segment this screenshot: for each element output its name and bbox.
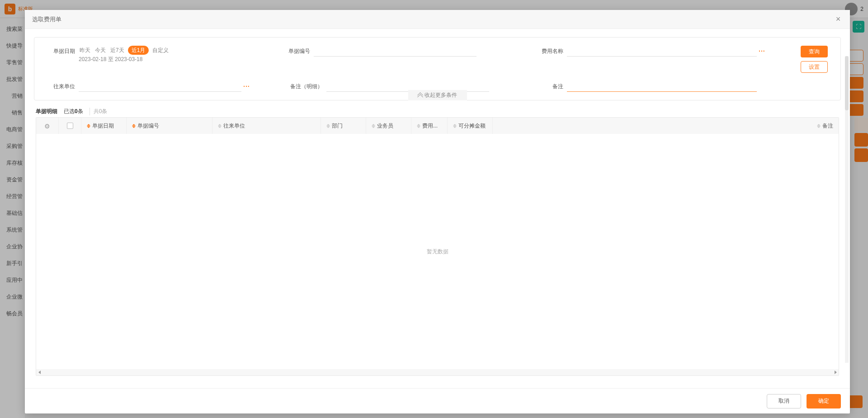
vertical-scrollbar[interactable] [845,56,849,363]
result-table: 单据日期 单据编号 往来单位 部门 业务员 [36,117,839,376]
close-icon[interactable]: × [834,15,843,24]
table-header: 单据日期 单据编号 往来单位 部门 业务员 [36,118,839,134]
scroll-left-icon [38,370,41,374]
horizontal-scrollbar[interactable] [36,369,839,375]
collapse-button[interactable]: 收起更多条件 [408,90,467,100]
filter-label-name: 费用名称 [535,46,563,57]
col-party[interactable]: 往来单位 [212,118,321,134]
query-button[interactable]: 查询 [801,46,828,57]
date-quick-7d[interactable]: 近7天 [109,46,125,55]
date-quick-custom[interactable]: 自定义 [151,46,170,55]
sort-icon [87,123,90,129]
collapse-label: 收起更多条件 [425,91,457,99]
date-range[interactable]: 2023-02-18 至 2023-03-18 [79,56,255,63]
more-icon[interactable]: ··· [243,83,250,90]
select-all-checkbox[interactable] [59,118,81,134]
sort-icon [817,123,821,129]
cancel-button[interactable]: 取消 [767,394,801,408]
sort-icon [326,123,330,129]
date-quick-1m[interactable]: 近1月 [128,46,149,55]
settings-button[interactable]: 设置 [801,61,828,73]
filter-label-memo: 备注 [535,81,563,92]
total-count: 共0条 [90,108,108,115]
chevron-up-icon [418,93,423,98]
gear-icon [44,123,51,129]
select-expense-modal: 选取费用单 × 单据日期 昨天 今天 近7天 近1月 自定义 [25,10,850,413]
table-body-empty: 暂无数据 [36,134,839,369]
checkbox-icon [67,123,73,129]
filter-label-party: 往来单位 [47,81,75,92]
filter-label-code: 单据编号 [282,46,310,57]
col-biz[interactable]: 业务员 [366,118,411,134]
col-remark[interactable]: 备注 [493,118,839,134]
sort-icon [132,123,136,129]
more-icon[interactable]: ··· [759,48,765,55]
ok-button[interactable]: 确定 [807,394,841,408]
sort-icon [218,123,222,129]
modal-title: 选取费用单 [32,15,61,24]
col-date[interactable]: 单据日期 [81,118,127,134]
col-dept[interactable]: 部门 [321,118,366,134]
memo-input[interactable] [567,81,757,92]
empty-text: 暂无数据 [427,248,448,256]
filter-panel: 单据日期 昨天 今天 近7天 近1月 自定义 2023-02-18 至 2023… [34,37,841,100]
sort-icon [417,123,420,129]
scroll-thumb[interactable] [845,56,849,110]
code-input[interactable] [314,46,476,57]
filter-label-memo-detail: 备注（明细） [282,81,323,92]
date-quick-yesterday[interactable]: 昨天 [79,46,91,55]
party-input[interactable] [79,81,241,92]
detail-label: 单据明细 [36,108,57,115]
col-alloc[interactable]: 可分摊金额 [448,118,493,134]
scroll-right-icon [835,370,837,374]
col-fee[interactable]: 费用... [411,118,448,134]
column-settings-button[interactable] [36,118,59,134]
sort-icon [453,123,457,129]
filter-label-date: 单据日期 [47,46,75,57]
date-quick-today[interactable]: 今天 [94,46,107,55]
sort-icon [372,123,375,129]
fee-name-input[interactable] [567,46,757,57]
selected-count: 已选0条 [64,108,83,115]
col-code[interactable]: 单据编号 [127,118,212,134]
